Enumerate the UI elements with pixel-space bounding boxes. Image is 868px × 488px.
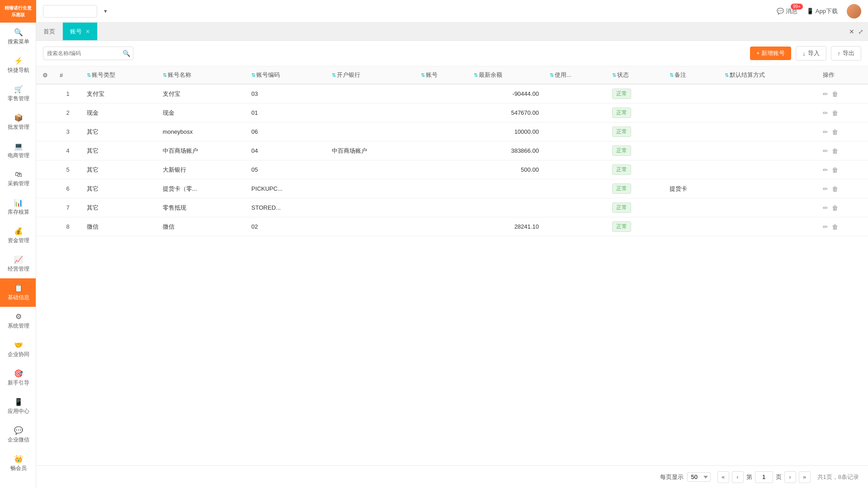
edit-button[interactable]: ✏	[823, 223, 828, 230]
col-code[interactable]: ⇅账号编码	[246, 66, 326, 84]
delete-button[interactable]: 🗑	[832, 166, 838, 174]
add-account-button[interactable]: + 新增账号	[750, 47, 791, 60]
sidebar-item-search[interactable]: 🔍 搜索菜单	[0, 23, 36, 51]
app-icon: 📱	[807, 8, 814, 14]
sidebar-item-appcenter[interactable]: 📱 应用中心	[0, 392, 36, 421]
sidebar-item-wholesale[interactable]: 📦 批发管理	[0, 108, 36, 136]
avatar[interactable]	[847, 4, 861, 19]
search-input[interactable]	[43, 50, 119, 56]
row-bank-cell	[326, 179, 415, 198]
last-page-button[interactable]: »	[799, 471, 811, 483]
prev-page-button[interactable]: ‹	[732, 471, 744, 483]
row-action-cell: ✏ 🗑	[817, 84, 868, 103]
delete-button[interactable]: 🗑	[832, 90, 838, 98]
page-size-label: 每页显示	[660, 473, 684, 481]
sidebar-item-operations[interactable]: 📈 经营管理	[0, 250, 36, 278]
col-account[interactable]: ⇅账号	[415, 66, 468, 84]
row-status-cell: 正常	[607, 122, 664, 141]
col-default[interactable]: ⇅默认结算方式	[719, 66, 818, 84]
edit-button[interactable]: ✏	[823, 147, 828, 155]
edit-button[interactable]: ✏	[823, 204, 828, 211]
row-type-cell: 其它	[81, 179, 157, 198]
table-row: 3 其它 moneybosx 06 10000.00 正常 ✏ 🗑	[36, 122, 868, 141]
sidebar-item-inventory[interactable]: 📊 库存核算	[0, 193, 36, 221]
search-nav-icon: 🔍	[4, 28, 33, 37]
row-type-cell: 其它	[81, 122, 157, 141]
delete-button[interactable]: 🗑	[832, 128, 838, 136]
page-number-input[interactable]	[755, 471, 773, 483]
row-num-cell: 1	[54, 84, 81, 103]
sidebar-item-system[interactable]: ⚙ 系统管理	[0, 307, 36, 335]
edit-button[interactable]: ✏	[823, 185, 828, 192]
col-bank[interactable]: ⇅开户银行	[326, 66, 415, 84]
delete-button[interactable]: 🗑	[832, 204, 838, 211]
row-code-cell: STORED...	[246, 198, 326, 217]
edit-button[interactable]: ✏	[823, 109, 828, 117]
sidebar-item-ecommerce[interactable]: 💻 电商管理	[0, 136, 36, 165]
first-page-button[interactable]: «	[717, 471, 729, 483]
tab-expand-icon[interactable]: ⤢	[858, 28, 863, 35]
app-download-button[interactable]: 📱 App下载	[807, 7, 838, 15]
topbar-dropdown[interactable]: ▾	[104, 8, 107, 14]
row-balance-cell: 383866.00	[468, 141, 544, 160]
edit-button[interactable]: ✏	[823, 128, 828, 136]
tabbar: 首页 账号 ✕ ✕ ⤢	[36, 23, 868, 41]
sidebar-item-purchase[interactable]: 🛍 采购管理	[0, 165, 36, 193]
col-remark[interactable]: ⇅备注	[664, 66, 719, 84]
row-gear-cell	[36, 179, 54, 198]
next-page-button[interactable]: ›	[784, 471, 796, 483]
row-gear-cell	[36, 122, 54, 141]
topbar: ▾ 💬 消息 99+ 📱 App下载	[36, 0, 868, 23]
sidebar-item-retail[interactable]: 🛒 零售管理	[0, 80, 36, 108]
tab-close-all-icon[interactable]: ✕	[849, 28, 854, 35]
sidebar-item-wechat[interactable]: 💬 企业微信	[0, 421, 36, 449]
search-button[interactable]: 🔍	[119, 47, 133, 60]
delete-button[interactable]: 🗑	[832, 109, 838, 117]
tab-account[interactable]: 账号 ✕	[63, 23, 98, 40]
row-default-cell	[719, 217, 818, 236]
col-usage[interactable]: ⇅使用...	[544, 66, 607, 84]
system-icon: ⚙	[4, 312, 33, 321]
table-row: 4 其它 中百商场账户 04 中百商场账户 383866.00 正常 ✏ 🗑	[36, 141, 868, 160]
row-action-cell: ✏ 🗑	[817, 179, 868, 198]
sidebar-item-basicinfo[interactable]: 📋 基础信息	[0, 278, 36, 307]
row-usage-cell	[544, 84, 607, 103]
row-balance-cell: 547670.00	[468, 103, 544, 122]
export-button[interactable]: ↑ 导出	[831, 46, 862, 61]
row-account-cell	[415, 103, 468, 122]
row-remark-cell	[664, 103, 719, 122]
col-name[interactable]: ⇅账号名称	[157, 66, 246, 84]
col-status[interactable]: ⇅状态	[607, 66, 664, 84]
member-icon: 👑	[4, 455, 33, 463]
row-balance-cell: 500.00	[468, 160, 544, 179]
sidebar-item-enterprise[interactable]: 🤝 企业协同	[0, 335, 36, 364]
row-default-cell	[719, 141, 818, 160]
sidebar-item-guide[interactable]: 🎯 新手引导	[0, 364, 36, 392]
row-account-cell	[415, 198, 468, 217]
tab-home[interactable]: 首页	[36, 23, 63, 40]
message-button[interactable]: 💬 消息 99+	[777, 7, 797, 15]
page-size-dropdown[interactable]: 50 100 200	[687, 472, 711, 482]
topbar-search-input[interactable]	[43, 5, 97, 18]
row-status-cell: 正常	[607, 141, 664, 160]
col-balance[interactable]: ⇅最新余额	[468, 66, 544, 84]
search-box: 🔍	[43, 47, 133, 60]
col-gear[interactable]: ⚙	[36, 66, 54, 84]
tab-close-icon[interactable]: ✕	[85, 28, 90, 35]
edit-button[interactable]: ✏	[823, 90, 828, 98]
sidebar-item-finance[interactable]: 💰 资金管理	[0, 221, 36, 250]
import-button[interactable]: ↓ 导入	[796, 46, 826, 61]
delete-button[interactable]: 🗑	[832, 185, 838, 192]
sidebar-item-shortcut[interactable]: ⚡ 快捷导航	[0, 51, 36, 80]
sidebar: 精臻诺行生意 乐惠版 🔍 搜索菜单 ⚡ 快捷导航 🛒 零售管理 📦 批发管理 💻…	[0, 0, 36, 488]
retail-icon: 🛒	[4, 85, 33, 94]
sidebar-item-member[interactable]: 👑 畅会员	[0, 449, 36, 478]
delete-button[interactable]: 🗑	[832, 147, 838, 155]
delete-button[interactable]: 🗑	[832, 223, 838, 230]
row-bank-cell	[326, 84, 415, 103]
table-container: ⚙ # ⇅账号类型 ⇅账号名称 ⇅账号编码 ⇅开户银行 ⇅账号 ⇅最新余额 ⇅使…	[36, 66, 868, 465]
edit-button[interactable]: ✏	[823, 166, 828, 174]
col-action: 操作	[817, 66, 868, 84]
row-action-cell: ✏ 🗑	[817, 198, 868, 217]
col-type[interactable]: ⇅账号类型	[81, 66, 157, 84]
